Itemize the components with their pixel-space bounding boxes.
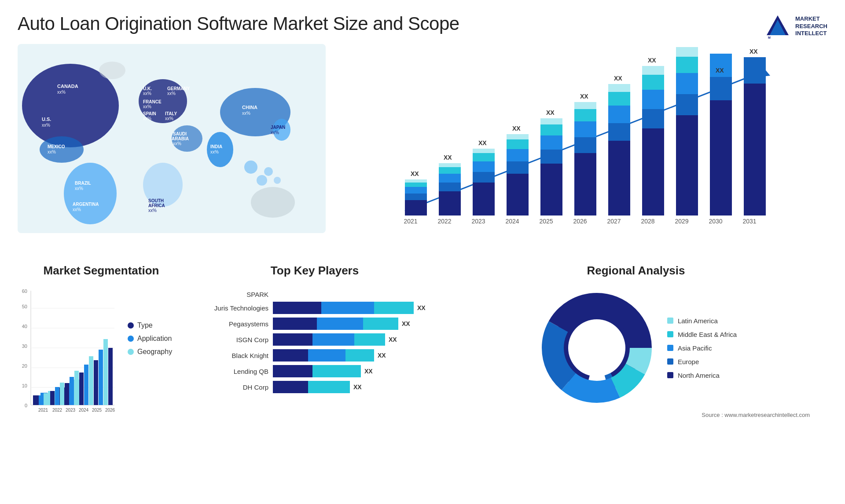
svg-text:XX: XX <box>648 57 656 64</box>
svg-rect-85 <box>574 121 596 137</box>
svg-rect-109 <box>710 77 732 100</box>
player-bar-container-juris: XX <box>273 302 436 314</box>
reg-label-northam: North America <box>678 372 720 379</box>
svg-text:JAPAN: JAPAN <box>271 125 285 130</box>
player-name-lendingqb: Lending QB <box>194 368 268 375</box>
svg-text:FRANCE: FRANCE <box>143 99 162 104</box>
svg-text:BRAZIL: BRAZIL <box>75 181 91 186</box>
legend-dot-geography <box>128 349 134 355</box>
svg-text:xx%: xx% <box>143 116 151 121</box>
player-name-isgn: ISGN Corp <box>194 336 268 343</box>
regional-section: Regional Analysis <box>445 264 827 484</box>
svg-rect-90 <box>608 123 630 141</box>
segmentation-section: Market Segmentation 0 10 20 30 40 50 60 <box>18 264 185 484</box>
svg-text:10: 10 <box>22 383 27 388</box>
player-row-isgn: ISGN Corp XX <box>194 333 436 346</box>
svg-rect-57 <box>405 179 427 183</box>
svg-rect-68 <box>473 153 495 161</box>
svg-rect-162 <box>74 371 79 405</box>
bar-chart-container: XX XX XX XX <box>326 44 827 255</box>
svg-rect-156 <box>44 393 48 405</box>
svg-text:SAUDI: SAUDI <box>173 131 187 136</box>
svg-text:xx%: xx% <box>210 150 219 154</box>
key-players-title: Top Key Players <box>194 264 436 278</box>
svg-text:2029: 2029 <box>675 218 688 225</box>
svg-text:2022: 2022 <box>52 408 62 413</box>
svg-rect-91 <box>608 106 630 123</box>
reg-legend-apac: Asia Pacific <box>667 344 737 352</box>
player-name-blackknight: Black Knight <box>194 352 268 359</box>
svg-rect-105 <box>676 47 698 57</box>
player-row-dhcorp: DH Corp XX <box>194 381 436 393</box>
svg-rect-54 <box>405 194 427 200</box>
svg-rect-167 <box>99 350 103 405</box>
svg-rect-89 <box>608 141 630 215</box>
svg-rect-53 <box>405 200 427 215</box>
reg-legend-mea: Middle East & Africa <box>667 331 737 338</box>
svg-text:xx%: xx% <box>148 208 157 213</box>
world-map: CANADA xx% U.S. xx% MEXICO xx% BRAZIL xx… <box>18 44 326 233</box>
svg-rect-75 <box>507 134 529 139</box>
svg-text:2025: 2025 <box>92 408 102 413</box>
svg-rect-103 <box>676 73 698 94</box>
svg-text:XX: XX <box>444 154 452 161</box>
svg-point-42 <box>273 119 290 141</box>
player-name-dhcorp: DH Corp <box>194 383 268 391</box>
reg-legend-europe: Europe <box>667 358 737 365</box>
svg-text:CANADA: CANADA <box>57 84 78 89</box>
svg-text:SPAIN: SPAIN <box>143 111 156 116</box>
player-bar-container-blackknight: XX <box>273 349 436 362</box>
svg-text:U.K.: U.K. <box>143 86 152 91</box>
bottom-section: Market Segmentation 0 10 20 30 40 50 60 <box>0 255 845 488</box>
legend-label-application: Application <box>137 335 172 343</box>
svg-rect-160 <box>65 383 69 405</box>
svg-text:40: 40 <box>22 324 27 329</box>
svg-rect-165 <box>89 356 93 405</box>
bar-chart: XX XX XX XX <box>334 44 827 242</box>
svg-text:CHINA: CHINA <box>242 105 257 110</box>
source-text: Source : www.marketresearchintellect.com <box>445 409 827 418</box>
svg-rect-163 <box>79 373 84 405</box>
player-bar-container-lendingqb: XX <box>273 365 436 377</box>
svg-rect-69 <box>473 149 495 153</box>
legend-item-geography: Geography <box>128 348 172 356</box>
svg-rect-67 <box>473 161 495 172</box>
player-row-spark: SPARK <box>194 291 436 298</box>
svg-text:U.S.: U.S. <box>42 117 51 122</box>
reg-legend-latin: Latin America <box>667 317 737 325</box>
svg-text:2024: 2024 <box>505 218 519 225</box>
reg-dot-apac <box>667 345 673 351</box>
svg-text:INDIA: INDIA <box>210 144 222 149</box>
player-label-isgn: XX <box>389 336 397 343</box>
svg-text:xx%: xx% <box>173 141 181 146</box>
svg-rect-77 <box>540 164 562 215</box>
svg-rect-101 <box>676 115 698 215</box>
svg-text:XX: XX <box>512 125 521 132</box>
svg-rect-93 <box>608 84 630 92</box>
legend-label-geography: Geography <box>137 348 172 356</box>
svg-text:20: 20 <box>22 363 27 369</box>
svg-text:xx%: xx% <box>167 91 176 96</box>
reg-label-europe: Europe <box>678 358 699 365</box>
svg-text:XX: XX <box>580 93 588 100</box>
svg-text:0: 0 <box>25 403 27 408</box>
svg-text:XX: XX <box>478 139 487 146</box>
svg-text:xx%: xx% <box>143 104 151 109</box>
svg-text:2026: 2026 <box>573 218 587 225</box>
svg-text:SOUTH: SOUTH <box>148 198 164 203</box>
svg-text:2028: 2028 <box>641 218 654 225</box>
svg-point-47 <box>257 175 267 186</box>
svg-text:XX: XX <box>411 170 419 177</box>
svg-rect-157 <box>50 391 55 405</box>
svg-point-49 <box>251 187 295 218</box>
map-container: CANADA xx% U.S. xx% MEXICO xx% BRAZIL xx… <box>18 44 326 255</box>
svg-text:XX: XX <box>749 48 758 55</box>
svg-text:2023: 2023 <box>471 218 485 225</box>
svg-text:60: 60 <box>22 289 27 294</box>
reg-label-latin: Latin America <box>678 317 718 325</box>
svg-text:XX: XX <box>546 109 555 116</box>
player-label-lendingqb: XX <box>364 368 373 375</box>
player-row-blackknight: Black Knight XX <box>194 349 436 362</box>
svg-rect-161 <box>70 377 74 405</box>
legend-label-type: Type <box>137 321 153 329</box>
